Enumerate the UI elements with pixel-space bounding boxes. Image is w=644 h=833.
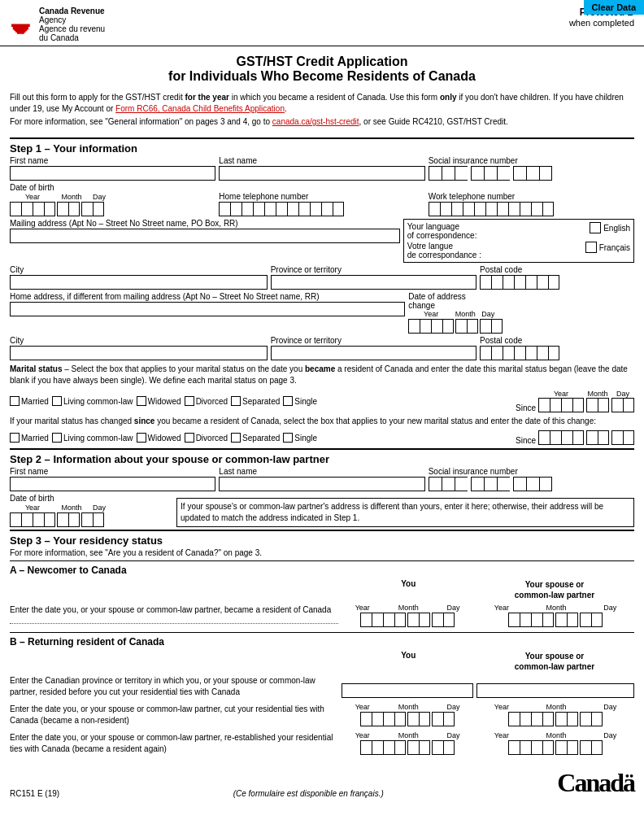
- a1-you-day[interactable]: [432, 613, 455, 627]
- b2-label: Enter the date you, or your spouse or co…: [10, 704, 338, 726]
- home-addr-input[interactable]: [10, 302, 405, 316]
- b3-label: Enter the date you, or your spouse or co…: [10, 732, 338, 755]
- a1-spouse-year[interactable]: [508, 613, 554, 627]
- s2-lastname-input[interactable]: [219, 477, 424, 491]
- s2-dob-month[interactable]: [57, 512, 80, 527]
- city-input[interactable]: [10, 275, 268, 290]
- firstname-input[interactable]: [10, 166, 215, 181]
- b3-spouse-day[interactable]: [580, 740, 603, 755]
- b2-you-month[interactable]: [407, 712, 430, 726]
- s2-firstname-input[interactable]: [10, 477, 215, 491]
- common-law-checkbox2[interactable]: Living common-law: [52, 433, 133, 443]
- b3-spouse-month[interactable]: [555, 740, 578, 755]
- separated-checkbox2[interactable]: Separated: [231, 433, 280, 443]
- s2-dob-year[interactable]: [10, 512, 55, 527]
- b3-you-month[interactable]: [407, 740, 430, 755]
- b3-you-day[interactable]: [432, 740, 455, 755]
- a1-spouse-day[interactable]: [580, 613, 603, 627]
- postal-group: Postal code: [480, 265, 634, 290]
- b3-spouse-year[interactable]: [508, 740, 554, 755]
- single-checkbox1[interactable]: Single: [283, 396, 317, 406]
- b1-you-prov[interactable]: [342, 683, 473, 698]
- step1-body: First name Last name Social insurance nu…: [0, 156, 644, 445]
- common-law-checkbox1[interactable]: Living common-law: [52, 396, 133, 406]
- a1-you-year[interactable]: [360, 613, 406, 627]
- s2-firstname-group: First name: [10, 467, 215, 491]
- married-checkbox2[interactable]: Married: [10, 433, 49, 443]
- dob-day[interactable]: [81, 202, 104, 216]
- postal2-group: Postal code: [480, 336, 634, 360]
- s2-sin-group: Social insurance number: [429, 467, 634, 491]
- section-b: B – Returning resident of Canada You You…: [10, 632, 634, 755]
- mailing-group: Mailing address (Apt No – Street No Stre…: [10, 219, 400, 263]
- dob-year[interactable]: [10, 202, 55, 216]
- english-checkbox[interactable]: [590, 222, 601, 233]
- since-month2[interactable]: [586, 430, 609, 445]
- addr-day[interactable]: [480, 319, 503, 334]
- french-option[interactable]: Français: [585, 242, 630, 253]
- s2-dob-day[interactable]: [81, 512, 104, 527]
- since-year2[interactable]: [538, 430, 584, 445]
- addr-year[interactable]: [408, 319, 454, 334]
- canada-wordmark: Canadä: [557, 768, 634, 798]
- b2-spouse-year[interactable]: [508, 712, 554, 726]
- b1-label: Enter the Canadian province or territory…: [10, 675, 338, 698]
- gst-link[interactable]: canada.ca/gst-hst-credit: [272, 117, 359, 126]
- prov2-group: Province or territory: [271, 336, 476, 360]
- language-group: Your language of correspondence: English…: [403, 219, 634, 263]
- postal2-input[interactable]: [480, 346, 634, 360]
- b2-spouse-day[interactable]: [580, 712, 603, 726]
- date-addr-group: Date of address change Year Month Day: [408, 292, 634, 334]
- sin-cell[interactable]: [429, 166, 442, 181]
- since-year1[interactable]: [538, 398, 584, 412]
- since-day1[interactable]: [611, 398, 634, 412]
- married-checkbox1[interactable]: Married: [10, 396, 49, 406]
- divorced-checkbox1[interactable]: Divorced: [185, 396, 228, 406]
- dob-month[interactable]: [57, 202, 80, 216]
- b1-spouse-prov[interactable]: [476, 683, 634, 698]
- since-group2: Since: [516, 430, 634, 445]
- b2-you-year[interactable]: [360, 712, 406, 726]
- since-day2[interactable]: [611, 430, 634, 445]
- header: ⯋ Canada Revenue Agency Agence du revenu…: [0, 0, 644, 46]
- marital-note: Marital status – Select the box that app…: [10, 364, 634, 386]
- clear-data-button[interactable]: Clear Data: [584, 0, 644, 15]
- province-input[interactable]: [271, 275, 476, 290]
- single-checkbox2[interactable]: Single: [283, 433, 317, 443]
- separated-checkbox1[interactable]: Separated: [231, 396, 280, 406]
- a1-spouse-month[interactable]: [555, 613, 578, 627]
- widowed-checkbox2[interactable]: Widowed: [137, 433, 181, 443]
- french-checkbox[interactable]: [585, 242, 597, 253]
- home-phone-input[interactable]: [219, 202, 424, 216]
- lastname-group: Last name: [219, 156, 424, 181]
- agency-name: Canada Revenue Agency Agence du revenu d…: [39, 7, 105, 42]
- step1-header: Step 1 – Your information: [0, 139, 644, 156]
- city2-group: City: [10, 336, 268, 360]
- postal-input[interactable]: [480, 275, 634, 290]
- marital-change-note: If your marital status has changed since…: [10, 416, 634, 427]
- mailing-input[interactable]: [10, 229, 400, 243]
- step3-body: For more information, see "Are you a res…: [0, 548, 644, 755]
- b2-you-day[interactable]: [432, 712, 455, 726]
- section-a: A – Newcomer to Canada You Your spouse o…: [10, 560, 634, 627]
- widowed-checkbox1[interactable]: Widowed: [137, 396, 181, 406]
- lastname-input[interactable]: [219, 166, 424, 181]
- since-group1: Since Year Month Day: [516, 390, 634, 412]
- s2-sin-input: [429, 477, 634, 491]
- sin-input: [429, 166, 634, 181]
- english-option[interactable]: English: [590, 222, 630, 233]
- b3-you-year[interactable]: [360, 740, 406, 755]
- divorced-checkbox2[interactable]: Divorced: [185, 433, 228, 443]
- step2-header: Step 2 – Information about your spouse o…: [0, 450, 644, 467]
- addr-month[interactable]: [455, 319, 478, 334]
- city-group: City: [10, 265, 268, 290]
- prov-group: Province or territory: [271, 265, 476, 290]
- prov2-input[interactable]: [271, 346, 476, 360]
- since-month1[interactable]: [586, 398, 609, 412]
- city2-input[interactable]: [10, 346, 268, 360]
- work-phone-input[interactable]: [429, 202, 634, 216]
- a1-you-month[interactable]: [407, 613, 430, 627]
- rc66-link[interactable]: Form RC66, Canada Child Benefits Applica…: [115, 104, 285, 113]
- b2-spouse-month[interactable]: [555, 712, 578, 726]
- home-phone-group: Home telephone number: [219, 192, 424, 216]
